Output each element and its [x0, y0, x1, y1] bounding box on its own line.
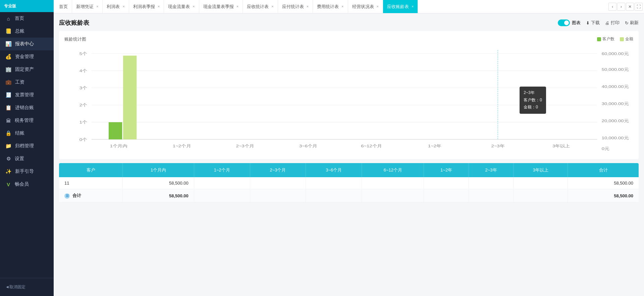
- tab-close-icon[interactable]: ×: [236, 5, 238, 8]
- svg-text:1个月内: 1个月内: [110, 144, 127, 148]
- tab-profit-quarterly[interactable]: 利润表季报 ×: [129, 0, 164, 13]
- tab-close-icon[interactable]: ×: [122, 5, 124, 8]
- chart-svg: 5个 4个 3个 2个 1个 0个 60,000.00元 50,000.00元 …: [64, 46, 633, 154]
- print-button[interactable]: 🖨 打印: [605, 20, 620, 26]
- tab-close-icon[interactable]: ×: [341, 5, 343, 8]
- cell-m2: [194, 177, 250, 189]
- tab-label: 新增凭证: [76, 4, 94, 10]
- refresh-button[interactable]: ↻ 刷新: [625, 20, 639, 26]
- cell-m12: [362, 177, 424, 189]
- tab-voucher[interactable]: 新增凭证 ×: [72, 0, 103, 13]
- tab-close-all-button[interactable]: ✕: [626, 3, 634, 11]
- sidebar-item-salary[interactable]: 💼 工资: [0, 76, 54, 89]
- aging-table: 客户 1个月内 1~2个月 2~3个月 3~6个月 6~12个月 1~2年 2~…: [59, 163, 639, 202]
- col-total: 合计: [568, 163, 639, 177]
- sidebar-item-assets[interactable]: 🏢 固定资产: [0, 63, 54, 76]
- tab-nav-buttons: ‹ › ✕ ⛶: [608, 3, 643, 11]
- cell-customer: 11: [59, 177, 123, 189]
- tab-close-icon[interactable]: ×: [307, 5, 309, 8]
- reports-icon: 📊: [5, 41, 12, 47]
- tab-bar: 首页 新增凭证 × 利润表 × 利润表季报 × 现金流量表 × 现金流量表季报 …: [54, 0, 644, 13]
- col-y3plus: 3年以上: [514, 163, 568, 177]
- header-row: 客户 1个月内 1~2个月 2~3个月 3~6个月 6~12个月 1~2年 2~…: [59, 163, 639, 177]
- tab-label: 利润表: [107, 4, 120, 10]
- svg-text:6~12个月: 6~12个月: [361, 144, 382, 148]
- svg-text:40,000.00元: 40,000.00元: [602, 84, 629, 89]
- col-y3: 2~3年: [469, 163, 513, 177]
- sidebar-item-closing[interactable]: 🔒 结账: [0, 127, 54, 140]
- svg-text:2~3年: 2~3年: [491, 144, 504, 148]
- table-row: 11 58,500.00 58,500.00: [59, 177, 639, 189]
- tab-prev-button[interactable]: ‹: [608, 3, 616, 11]
- svg-text:4个: 4个: [79, 68, 87, 73]
- svg-text:1个: 1个: [79, 120, 87, 125]
- total-label: ☰ 合计: [59, 189, 123, 202]
- tab-expense-stats[interactable]: 费用统计表 ×: [313, 0, 348, 13]
- table-body: 11 58,500.00 58,500.00 ☰: [59, 177, 639, 202]
- legend-amount-dot: [620, 37, 624, 41]
- unpin-button[interactable]: ◄取消固定: [0, 282, 54, 293]
- tab-close-icon[interactable]: ×: [193, 5, 195, 8]
- sidebar-item-settings[interactable]: ⚙ 设置: [0, 152, 54, 165]
- sidebar-item-tax[interactable]: 🏛 税务管理: [0, 114, 54, 127]
- tab-maximize-button[interactable]: ⛶: [635, 3, 643, 11]
- tab-aging[interactable]: 应收账龄表 ×: [383, 0, 418, 13]
- sidebar-item-archive[interactable]: 📁 归档管理: [0, 140, 54, 152]
- tab-next-button[interactable]: ›: [617, 3, 625, 11]
- page-content: 应收账龄表 图表 ⬇ 下载 🖨 打印 ↻ 刷新: [54, 13, 644, 296]
- sidebar-item-label: 首页: [15, 15, 24, 21]
- legend-customer-label: 客户数: [602, 36, 614, 42]
- svg-text:3个: 3个: [79, 86, 87, 90]
- tab-operation[interactable]: 经营状况表 ×: [348, 0, 383, 13]
- tab-label: 经营状况表: [352, 4, 374, 10]
- total-icon: ☰: [64, 193, 70, 199]
- funds-icon: 💰: [5, 54, 12, 60]
- sidebar-item-label: 设置: [15, 156, 24, 162]
- sidebar-item-guide[interactable]: ✨ 新手引导: [0, 165, 54, 178]
- sidebar-item-home[interactable]: ⌂ 首页: [0, 12, 54, 25]
- sidebar-item-purchase[interactable]: 📋 进销台账: [0, 101, 54, 114]
- svg-text:3年以上: 3年以上: [552, 144, 570, 148]
- tab-close-icon[interactable]: ×: [158, 5, 160, 8]
- chart-toggle-label: 图表: [572, 20, 581, 26]
- invoice-icon: 🧾: [5, 92, 12, 98]
- salary-icon: 💼: [5, 79, 12, 85]
- home-icon: ⌂: [5, 16, 11, 21]
- tab-payable-stats[interactable]: 应付统计表 ×: [278, 0, 313, 13]
- sidebar-item-label: 发票管理: [15, 92, 34, 98]
- chart-toggle[interactable]: [558, 19, 570, 26]
- main-area: 首页 新增凭证 × 利润表 × 利润表季报 × 现金流量表 × 现金流量表季报 …: [54, 0, 644, 296]
- total-y3: [469, 189, 513, 202]
- col-y2: 1~2年: [424, 163, 469, 177]
- total-y3plus: [514, 189, 568, 202]
- tab-cashflow-quarterly[interactable]: 现金流量表季报 ×: [199, 0, 243, 13]
- tab-cashflow[interactable]: 现金流量表 ×: [164, 0, 199, 13]
- total-m1: 58,500.00: [123, 189, 194, 202]
- col-m2: 1~2个月: [194, 163, 250, 177]
- guide-icon: ✨: [5, 168, 12, 175]
- page-header: 应收账龄表 图表 ⬇ 下载 🖨 打印 ↻ 刷新: [59, 19, 639, 27]
- tab-close-icon[interactable]: ×: [412, 5, 414, 8]
- refresh-icon: ↻: [625, 20, 629, 26]
- sidebar-item-funds[interactable]: 💰 资金管理: [0, 50, 54, 63]
- sidebar-item-reports[interactable]: 📊 报表中心: [0, 38, 54, 50]
- sidebar-item-invoice[interactable]: 🧾 发票管理: [0, 89, 54, 101]
- page-title: 应收账龄表: [59, 19, 89, 27]
- tab-close-icon[interactable]: ×: [271, 5, 273, 8]
- tab-close-icon[interactable]: ×: [96, 5, 98, 8]
- tab-receivable-stats[interactable]: 应收统计表 ×: [243, 0, 278, 13]
- sidebar-item-ledger[interactable]: 📒 总账: [0, 25, 54, 38]
- col-m1: 1个月内: [123, 163, 194, 177]
- total-m6: [306, 189, 362, 202]
- cell-total: 58,500.00: [568, 177, 639, 189]
- sidebar-item-vip[interactable]: V 畅会员: [0, 178, 54, 191]
- download-button[interactable]: ⬇ 下载: [586, 20, 600, 26]
- svg-text:0元: 0元: [602, 147, 609, 151]
- cell-y3plus: [514, 177, 568, 189]
- tab-profit[interactable]: 利润表 ×: [103, 0, 129, 13]
- tab-home[interactable]: 首页: [55, 0, 72, 13]
- chart-title: 账龄统计图: [64, 36, 633, 42]
- sidebar-item-label: 归档管理: [15, 143, 34, 149]
- legend-amount-label: 金额: [625, 36, 633, 42]
- tab-close-icon[interactable]: ×: [377, 5, 379, 8]
